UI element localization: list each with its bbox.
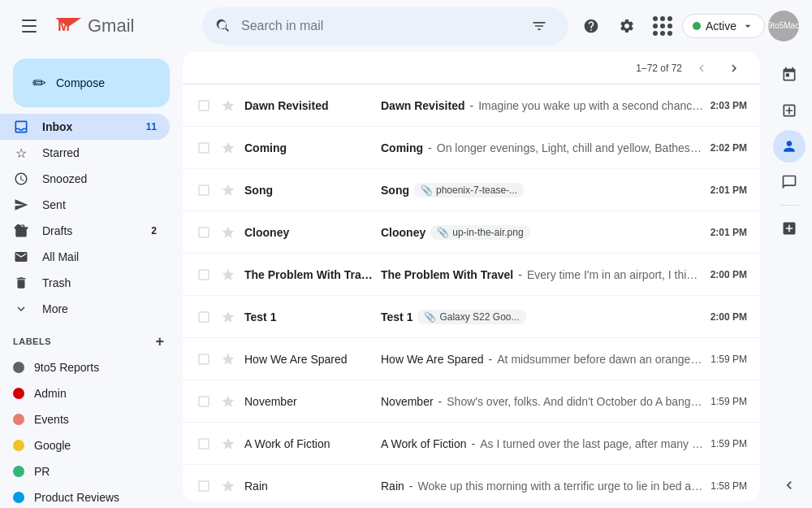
email-star[interactable]	[218, 223, 238, 242]
search-bar	[202, 7, 568, 45]
email-star[interactable]	[218, 307, 238, 327]
right-sidebar-expand[interactable]	[773, 469, 806, 501]
label-9to5reports[interactable]: 9to5 Reports	[0, 354, 170, 380]
label-dot-events	[13, 414, 24, 425]
pagination-prev-button[interactable]	[689, 55, 715, 81]
email-subject: Rain	[381, 480, 404, 493]
email-sender: Song	[244, 184, 374, 197]
label-product-reviews[interactable]: Product Reviews	[0, 484, 170, 508]
nav-item-sent[interactable]: Sent	[0, 192, 170, 218]
nav-drafts-label: Drafts	[42, 224, 72, 237]
email-row[interactable]: Coming Coming - On longer evenings, Ligh…	[183, 127, 760, 169]
label-dot-google	[13, 440, 24, 451]
pagination-next-button[interactable]	[721, 55, 747, 81]
email-checkbox[interactable]	[196, 393, 212, 410]
email-sender: Clooney	[244, 226, 374, 239]
email-star[interactable]	[218, 392, 238, 411]
email-dash: -	[409, 480, 413, 493]
inbox-count: 11	[146, 121, 157, 132]
user-avatar[interactable]: 9to5Mac	[768, 11, 799, 41]
nav-item-trash[interactable]: Trash	[0, 270, 170, 296]
label-google[interactable]: Google	[0, 432, 170, 458]
email-checkbox[interactable]	[196, 140, 212, 156]
nav-item-drafts[interactable]: Drafts 2	[0, 218, 170, 244]
search-input[interactable]	[241, 19, 513, 33]
email-meta: 2:02 PM	[710, 142, 747, 154]
email-row[interactable]: The Problem With Travel The Problem With…	[183, 254, 760, 296]
email-star[interactable]	[218, 96, 238, 115]
label-dot-admin	[13, 388, 24, 399]
email-checkbox[interactable]	[196, 309, 212, 325]
email-checkbox[interactable]	[196, 182, 212, 198]
apps-button[interactable]	[646, 10, 679, 42]
nav-item-inbox[interactable]: Inbox 11	[0, 114, 170, 140]
label-9to5reports-text: 9to5 Reports	[34, 361, 99, 374]
email-meta: 2:01 PM	[710, 227, 747, 238]
email-sender: Dawn Revisited	[244, 99, 374, 112]
email-checkbox[interactable]	[196, 267, 212, 283]
labels-title: LABELS	[13, 336, 51, 346]
email-checkbox[interactable]	[196, 478, 212, 494]
email-sender: November	[244, 395, 374, 408]
tasks-panel-button[interactable]	[773, 94, 806, 127]
email-star[interactable]	[218, 138, 238, 158]
add-panel-button[interactable]	[773, 212, 806, 245]
email-star[interactable]	[218, 265, 238, 284]
email-row[interactable]: A Work of Fiction A Work of Fiction - As…	[183, 423, 760, 465]
contacts-panel-button[interactable]	[773, 130, 806, 163]
nav-inbox-label: Inbox	[42, 120, 72, 133]
email-star[interactable]	[218, 180, 238, 200]
email-star[interactable]	[218, 476, 238, 496]
sent-icon	[13, 198, 29, 212]
email-row[interactable]: Clooney Clooney 📎 up-in-the-air.png 2:01…	[183, 211, 760, 254]
email-time: 1:58 PM	[710, 480, 747, 492]
email-time: 2:00 PM	[710, 311, 747, 323]
search-filter-button[interactable]	[523, 10, 555, 42]
email-row[interactable]: Rain Rain - Woke up this morning with a …	[183, 465, 760, 501]
email-checkbox[interactable]	[196, 436, 212, 452]
nav-item-starred[interactable]: ☆ Starred	[0, 140, 170, 166]
email-checkbox[interactable]	[196, 98, 212, 114]
email-star[interactable]	[218, 350, 238, 369]
attachment-name: up-in-the-air.png	[452, 227, 523, 238]
compose-icon: ✏	[32, 73, 46, 93]
chat-panel-button[interactable]	[773, 166, 806, 198]
label-events[interactable]: Events	[0, 406, 170, 432]
compose-button[interactable]: ✏ Compose	[13, 59, 170, 107]
email-dash: -	[438, 395, 443, 408]
email-meta: 1:58 PM	[710, 480, 747, 492]
status-badge[interactable]: Active	[682, 14, 765, 38]
nav-item-snoozed[interactable]: Snoozed	[0, 166, 170, 192]
label-pr[interactable]: PR	[0, 458, 170, 484]
right-sidebar	[767, 52, 812, 508]
email-star[interactable]	[218, 434, 238, 454]
settings-button[interactable]	[611, 10, 643, 42]
email-content: Rain - Woke up this morning with a terri…	[381, 480, 704, 493]
email-row[interactable]: Song Song 📎 phoenix-7-tease-... 2:01 PM	[183, 169, 760, 211]
menu-button[interactable]	[13, 10, 45, 42]
email-meta: 1:59 PM	[710, 438, 747, 449]
nav-trash-label: Trash	[42, 276, 71, 289]
status-dot-active	[693, 22, 701, 30]
email-checkbox[interactable]	[196, 351, 212, 367]
help-button[interactable]	[575, 10, 607, 42]
email-content: Test 1 📎 Galaxy S22 Goo...	[381, 310, 704, 324]
email-snippet: As I turned over the last page, after ma…	[480, 437, 704, 450]
nav-item-all-mail[interactable]: All Mail	[0, 244, 170, 270]
nav-starred-label: Starred	[42, 146, 80, 159]
email-time: 1:59 PM	[710, 438, 747, 449]
email-row[interactable]: November November - Show's over, folks. …	[183, 380, 760, 423]
drafts-icon	[13, 224, 29, 238]
email-meta: 2:03 PM	[710, 100, 747, 111]
email-row[interactable]: How We Are Spared How We Are Spared - At…	[183, 338, 760, 380]
email-row[interactable]: Dawn Revisited Dawn Revisited - Imagine …	[183, 85, 760, 127]
email-row[interactable]: Test 1 Test 1 📎 Galaxy S22 Goo... 2:00 P…	[183, 296, 760, 338]
attachment-name: Galaxy S22 Goo...	[439, 311, 519, 323]
email-checkbox[interactable]	[196, 224, 212, 241]
email-content: Song 📎 phoenix-7-tease-...	[381, 183, 704, 198]
add-label-button[interactable]: +	[150, 332, 170, 351]
email-snippet: On longer evenings, Light, chill and yel…	[437, 141, 704, 154]
calendar-panel-button[interactable]	[773, 59, 806, 91]
nav-item-more[interactable]: More	[0, 296, 170, 322]
label-admin[interactable]: Admin	[0, 380, 170, 406]
